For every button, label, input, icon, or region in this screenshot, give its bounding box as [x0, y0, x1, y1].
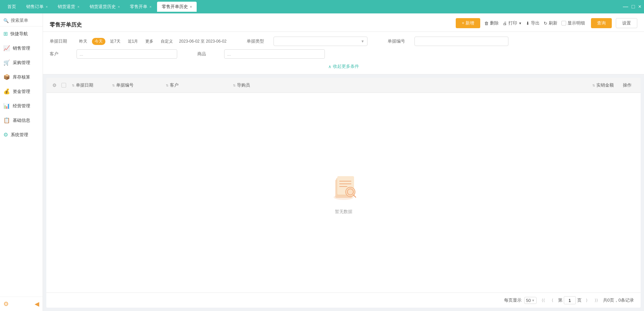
- th-amount[interactable]: ⇅ 实销金额: [273, 82, 614, 88]
- client-input[interactable]: ...: [77, 49, 177, 59]
- goods-input-placeholder: ...: [227, 52, 231, 57]
- delete-button[interactable]: 🗑 删除: [484, 20, 499, 26]
- goods-filter-label: 商品: [197, 51, 217, 57]
- sidebar-item-operation[interactable]: 📊 经营管理: [0, 99, 43, 113]
- collapse-more-label: 收起更多条件: [333, 63, 359, 69]
- per-page-select[interactable]: 50 ▼: [524, 297, 536, 304]
- empty-state: 暂无数据: [46, 93, 641, 293]
- display-detail-check[interactable]: [561, 21, 566, 25]
- page-title: 零售开单历史: [50, 21, 82, 29]
- tab-sales-order[interactable]: 销售订单 ×: [21, 2, 52, 12]
- display-detail-checkbox[interactable]: 显示明细: [561, 20, 585, 26]
- sidebar-item-quick-nav-label: 快捷导航: [10, 31, 28, 37]
- date-7days[interactable]: 近7天: [107, 38, 123, 45]
- date-yesterday[interactable]: 昨天: [77, 38, 90, 45]
- table-select-all[interactable]: [59, 83, 68, 88]
- sidebar-settings-icon[interactable]: ⚙: [3, 300, 9, 308]
- page-next-btn[interactable]: ⟩: [583, 296, 591, 304]
- page-first-btn[interactable]: ⟨⟨: [539, 296, 547, 304]
- add-button[interactable]: + 新增: [456, 18, 480, 28]
- date-custom[interactable]: 自定义: [158, 38, 176, 45]
- tab-retail-open-label: 零售开单: [130, 4, 147, 10]
- page-prev-btn[interactable]: ⟨: [549, 296, 557, 304]
- tab-sales-return-history-label: 销货退货历史: [90, 4, 116, 10]
- sidebar-collapse-icon[interactable]: ◀: [35, 300, 39, 308]
- pagination: 每页显示 50 ▼ ⟨⟨ ⟨ 第 1 页 ⟩ ⟩⟩ 共0页，0条记录: [46, 293, 641, 308]
- date-more[interactable]: 更多: [143, 38, 156, 45]
- tab-sales-return-close[interactable]: ×: [77, 5, 79, 9]
- refresh-button[interactable]: ↻ 刷新: [544, 20, 557, 26]
- tab-retail-open-history-label: 零售开单历史: [162, 4, 188, 10]
- tab-sales-order-close[interactable]: ×: [46, 5, 48, 9]
- print-dropdown-icon: ▼: [518, 21, 522, 25]
- table-header: ⚙ ⇅ 单据日期 ⇅ 单据编号 ⇅ 客户 ⇅ 导购员: [46, 78, 641, 93]
- purchase-mgmt-icon: 🛒: [3, 59, 10, 66]
- sidebar-bottom: ⚙ ◀: [0, 297, 43, 311]
- main-layout: 🔍 搜索菜单 ⊞ 快捷导航 📈 销售管理 🛒 采购管理 📦 库存核算 💰 资金管…: [0, 13, 644, 311]
- collapse-up-icon: ∧: [328, 64, 332, 69]
- sidebar-search[interactable]: 🔍 搜索菜单: [0, 13, 43, 27]
- print-button[interactable]: 🖨 打印 ▼: [503, 20, 522, 26]
- search-icon: 🔍: [3, 18, 9, 23]
- tab-retail-open-history[interactable]: 零售开单历史 ×: [157, 2, 197, 12]
- tab-sales-return[interactable]: 销货退货 ×: [53, 2, 84, 12]
- sidebar-item-system[interactable]: ⚙ 系统管理: [0, 127, 43, 142]
- table-column-settings[interactable]: ⚙: [50, 81, 59, 90]
- quick-nav-icon: ⊞: [3, 31, 8, 37]
- maximize-button[interactable]: ×: [638, 4, 641, 10]
- sidebar-item-basic-info-label: 基础信息: [13, 117, 30, 123]
- th-client[interactable]: ⇅ 客户: [166, 82, 233, 88]
- filter-row-1: 单据日期 昨天 今天 近7天 近1月 更多 自定义 2023-06-02 至 2…: [50, 37, 637, 46]
- number-input[interactable]: [414, 37, 508, 46]
- tab-retail-open-history-close[interactable]: ×: [190, 5, 192, 9]
- settings-button[interactable]: 设置: [616, 18, 637, 28]
- select-all-checkbox[interactable]: [61, 83, 66, 88]
- page-last-btn[interactable]: ⟩⟩: [592, 296, 600, 304]
- date-1month[interactable]: 近1月: [125, 38, 141, 45]
- tab-retail-open[interactable]: 零售开单 ×: [125, 2, 156, 12]
- goods-input[interactable]: ...: [224, 49, 325, 59]
- type-select-arrow: ▼: [361, 39, 364, 43]
- type-select[interactable]: ▼: [274, 37, 367, 46]
- sort-number-icon: ⇅: [112, 84, 115, 87]
- tab-home[interactable]: 首页: [3, 2, 21, 12]
- page-unit: 页: [577, 297, 582, 303]
- sidebar-item-system-label: 系统管理: [11, 132, 28, 138]
- sidebar-item-finance[interactable]: 💰 资金管理: [0, 84, 43, 99]
- refresh-icon: ↻: [544, 21, 547, 26]
- export-label: 导出: [531, 20, 540, 26]
- sidebar-item-basic-info[interactable]: 📋 基础信息: [0, 113, 43, 127]
- sort-client-icon: ⇅: [166, 84, 168, 87]
- sidebar: 🔍 搜索菜单 ⊞ 快捷导航 📈 销售管理 🛒 采购管理 📦 库存核算 💰 资金管…: [0, 13, 43, 311]
- collapse-more-btn[interactable]: ∧ 收起更多条件: [50, 62, 637, 69]
- date-today[interactable]: 今天: [92, 38, 105, 45]
- system-icon: ⚙: [3, 132, 8, 138]
- per-page-arrow: ▼: [532, 299, 535, 302]
- tab-retail-open-close[interactable]: ×: [149, 5, 151, 9]
- th-date[interactable]: ⇅ 单据日期: [72, 82, 112, 88]
- sidebar-item-purchase-mgmt[interactable]: 🛒 采购管理: [0, 55, 43, 70]
- delete-icon: 🗑: [484, 21, 489, 26]
- th-amount-label: 实销金额: [596, 82, 614, 88]
- sidebar-item-inventory[interactable]: 📦 库存核算: [0, 70, 43, 84]
- tab-sales-return-history-close[interactable]: ×: [118, 5, 120, 9]
- top-bar: 首页 销售订单 × 销货退货 × 销货退货历史 × 零售开单 × 零售开单历史 …: [0, 0, 644, 13]
- export-button[interactable]: ⬇ 导出: [526, 20, 540, 26]
- tab-sales-return-label: 销货退货: [58, 4, 75, 10]
- query-button[interactable]: 查询: [591, 18, 612, 28]
- sales-mgmt-icon: 📈: [3, 45, 10, 51]
- th-number[interactable]: ⇅ 单据编号: [112, 82, 166, 88]
- sidebar-item-operation-label: 经营管理: [13, 103, 30, 109]
- filter-area: 单据日期 昨天 今天 近7天 近1月 更多 自定义 2023-06-02 至 2…: [43, 32, 644, 74]
- empty-illustration: [327, 171, 360, 205]
- sidebar-item-sales-mgmt[interactable]: 📈 销售管理: [0, 41, 43, 55]
- th-guide[interactable]: ⇅ 导购员: [233, 82, 273, 88]
- close-window-button[interactable]: —: [623, 4, 628, 10]
- sort-guide-icon: ⇅: [233, 84, 236, 87]
- client-filter-label: 客户: [50, 51, 70, 57]
- page-number-input[interactable]: 1: [564, 296, 576, 304]
- sort-amount-icon: ⇅: [592, 84, 595, 87]
- tab-sales-return-history[interactable]: 销货退货历史 ×: [85, 2, 125, 12]
- minimize-button[interactable]: □: [632, 4, 635, 10]
- sidebar-item-quick-nav[interactable]: ⊞ 快捷导航: [0, 27, 43, 41]
